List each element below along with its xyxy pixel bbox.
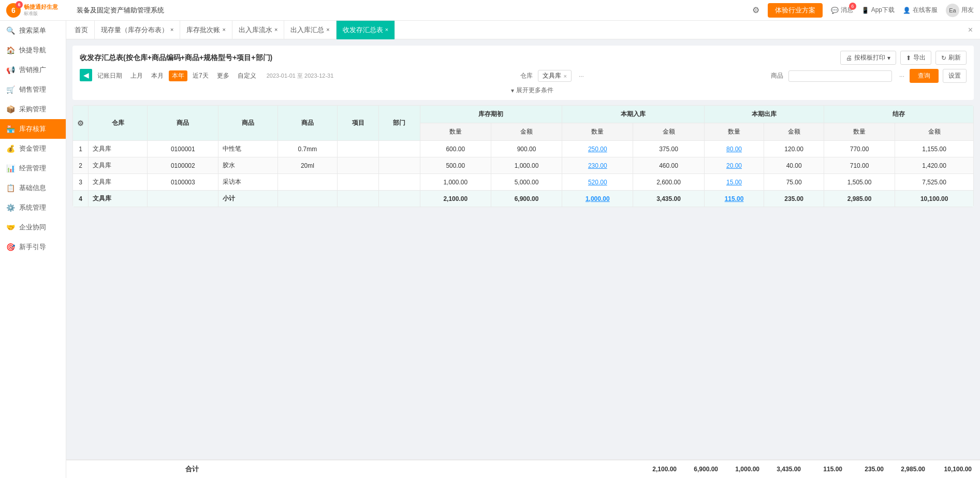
sidebar-item-system[interactable]: ⚙️ 系统管理: [0, 198, 66, 218]
product-more[interactable]: ···: [899, 73, 904, 80]
date-btn-last-month[interactable]: 上月: [127, 70, 146, 81]
sidebar-item-sales[interactable]: 🛒 销售管理: [0, 80, 66, 99]
sidebar-item-guide[interactable]: 🎯 新手引导: [0, 237, 66, 257]
table-row-summary: 4 文具库 小计 2,100.00 6,900.00 1,000.00: [73, 191, 974, 207]
logo-badge: 6: [16, 1, 23, 8]
refresh-button[interactable]: ↻ 刷新: [935, 51, 967, 65]
row4-out-qty[interactable]: 115.00: [704, 191, 764, 207]
data-table: ⚙ 仓库 商品 商品 商品 项目 部门 库存期初 本期入库 本期出库: [72, 105, 974, 207]
service-item[interactable]: 👤 在线客服: [903, 6, 938, 15]
date-btn-this-month[interactable]: 本月: [148, 70, 167, 81]
user-avatar: Ea: [946, 4, 959, 17]
row3-out-qty[interactable]: 15.00: [704, 174, 764, 191]
row4-in-qty[interactable]: 1,000.00: [562, 191, 633, 207]
filter-toggle[interactable]: ◀: [80, 69, 92, 81]
service-icon: 👤: [903, 7, 911, 14]
row3-in-amt: 2,600.00: [633, 174, 704, 191]
print-button[interactable]: 🖨 按模板打印 ▾: [840, 51, 896, 65]
row3-out-amt: 75.00: [764, 174, 824, 191]
row3-in-qty[interactable]: 520.00: [562, 174, 633, 191]
row1-warehouse: 文具库: [89, 141, 148, 157]
tab-recv-send[interactable]: 收发存汇总表 ×: [337, 21, 395, 39]
row3-warehouse: 文具库: [89, 174, 148, 191]
sidebar-label-guide: 新手引导: [19, 242, 46, 252]
col-name-header: 商品: [218, 106, 277, 141]
tab-close-all[interactable]: ×: [963, 25, 978, 35]
print-icon: 🖨: [846, 54, 852, 62]
user-item[interactable]: Ea 用友: [946, 4, 974, 17]
sidebar-item-search[interactable]: 🔍 搜索菜单: [0, 21, 66, 40]
row2-in-qty[interactable]: 230.00: [562, 157, 633, 174]
row2-name: 胶水: [218, 157, 277, 174]
row3-name: 采访本: [218, 174, 277, 191]
warehouse-tag-close[interactable]: ×: [563, 73, 566, 79]
date-label: 记账日期: [97, 71, 122, 80]
query-button[interactable]: 查询: [910, 69, 939, 83]
tab-batch-close[interactable]: ×: [222, 27, 225, 33]
date-btn-more[interactable]: 更多: [214, 70, 232, 81]
content-area: 首页 现存量（库存分布表） × 库存批次账 × 出入库流水 × 出入库汇总 ×: [66, 21, 980, 478]
filter-row-date: 记账日期 上月 本月 本年 近7天 更多 自定义 2023-01-01 至 20…: [97, 69, 967, 83]
sidebar-item-nav[interactable]: 🏠 快捷导航: [0, 40, 66, 60]
col-balance-header: 结存: [824, 106, 973, 123]
tab-batch[interactable]: 库存批次账 ×: [180, 21, 232, 39]
sidebar-item-marketing[interactable]: 📢 营销推广: [0, 60, 66, 80]
row2-spec: 20ml: [277, 157, 338, 174]
row1-project: [338, 141, 379, 157]
sidebar-item-operations[interactable]: 📊 经营管理: [0, 158, 66, 178]
warehouse-more[interactable]: ···: [579, 73, 584, 80]
row1-dept: [378, 141, 420, 157]
footer-open-amt: 6,900.00: [677, 466, 718, 473]
tab-home-label: 首页: [75, 25, 88, 35]
date-btn-this-year[interactable]: 本年: [169, 70, 187, 81]
export-icon: ⬆: [906, 54, 911, 62]
col-in-qty-header: 数量: [562, 123, 633, 141]
date-btn-custom[interactable]: 自定义: [235, 70, 259, 81]
row1-out-amt: 120.00: [764, 141, 824, 157]
date-btn-7days[interactable]: 近7天: [189, 70, 212, 81]
sidebar-label-finance: 资金管理: [19, 144, 46, 153]
table-row: 1 文具库 0100001 中性笔 0.7mm 600.00 900.00 25…: [73, 141, 974, 157]
export-button[interactable]: ⬆ 导出: [900, 51, 931, 65]
table-settings-icon[interactable]: ⚙: [77, 119, 84, 127]
warehouse-tag: 文具库 ×: [538, 70, 571, 82]
sidebar-label-marketing: 营销推广: [19, 65, 46, 75]
row2-warehouse: 文具库: [89, 157, 148, 174]
sidebar-item-inventory[interactable]: 🏪 库存核算: [0, 119, 66, 139]
notice-item[interactable]: 💬 消息 6: [831, 6, 853, 15]
tab-recv-send-close[interactable]: ×: [385, 27, 388, 33]
row2-out-qty[interactable]: 20.00: [704, 157, 764, 174]
col-open-amt-header: 金额: [491, 123, 562, 141]
col-in-amt-header: 金额: [633, 123, 704, 141]
sidebar-item-finance[interactable]: 💰 资金管理: [0, 139, 66, 158]
row4-open-amt: 6,900.00: [491, 191, 562, 207]
sidebar-label-system: 系统管理: [19, 203, 46, 212]
tab-summary[interactable]: 出入库汇总 ×: [284, 21, 336, 39]
sidebar-item-collab[interactable]: 🤝 企业协同: [0, 218, 66, 237]
tab-home[interactable]: 首页: [68, 21, 95, 39]
row4-name: 小计: [218, 191, 277, 207]
tab-inventory-dist-close[interactable]: ×: [170, 27, 173, 33]
system-title: 装备及固定资产辅助管理系统: [77, 6, 748, 15]
basic-icon: 📋: [6, 184, 15, 192]
trial-button[interactable]: 体验行业方案: [768, 3, 823, 18]
row2-no: 2: [73, 157, 89, 174]
sidebar-item-basic[interactable]: 📋 基础信息: [0, 178, 66, 198]
row1-name: 中性笔: [218, 141, 277, 157]
set-button[interactable]: 设置: [943, 69, 967, 83]
sidebar-item-purchase[interactable]: 📦 采购管理: [0, 99, 66, 119]
row1-bal-amt: 1,155.00: [895, 141, 974, 157]
tab-summary-close[interactable]: ×: [326, 27, 329, 33]
product-input[interactable]: [788, 70, 892, 82]
print-dropdown-icon: ▾: [887, 54, 890, 62]
row1-out-qty[interactable]: 80.00: [704, 141, 764, 157]
tab-inventory-dist[interactable]: 现存量（库存分布表） ×: [95, 21, 180, 39]
tab-flow-close[interactable]: ×: [274, 27, 277, 33]
row1-in-qty[interactable]: 250.00: [562, 141, 633, 157]
tab-flow[interactable]: 出入库流水 ×: [232, 21, 284, 39]
app-download-item[interactable]: 📱 App下载: [861, 6, 895, 15]
col-settings-header: ⚙: [73, 106, 89, 141]
expand-button[interactable]: ▾ 展开更多条件: [511, 86, 553, 95]
gear-button[interactable]: ⚙: [752, 5, 759, 15]
top-bar: 6 6 畅捷通好生意 标准版 装备及固定资产辅助管理系统 ⚙ 体验行业方案 💬 …: [0, 0, 980, 21]
